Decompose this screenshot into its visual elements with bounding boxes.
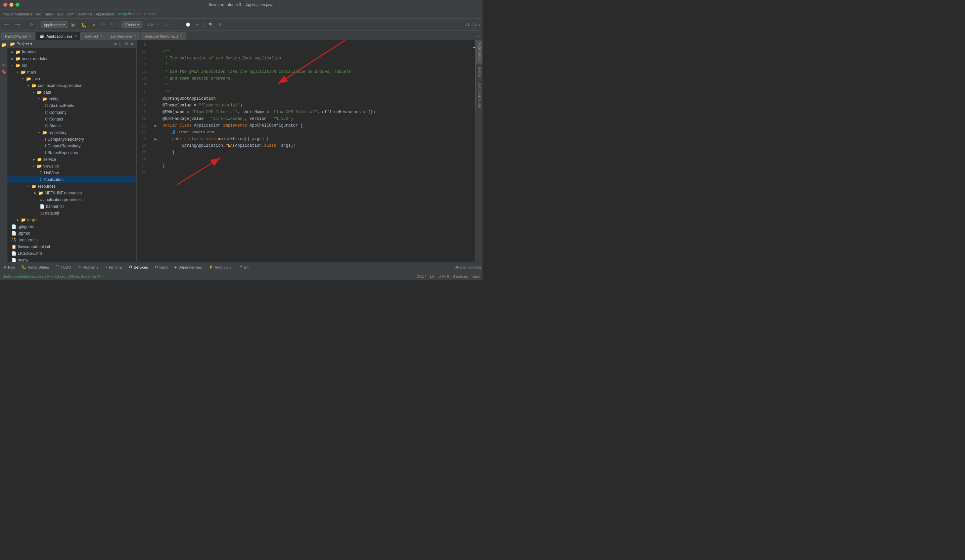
tree-item-banner[interactable]: 📄 banner.txt	[7, 203, 136, 210]
tree-item-meta-inf[interactable]: ▶ 📁 META-INF.resources	[7, 190, 136, 196]
structure-icon[interactable]: ≡	[1, 62, 7, 68]
code-content[interactable]: /** * The entry point of the Spring Boot…	[160, 40, 471, 262]
settings-button[interactable]: ⚙	[217, 22, 224, 28]
tree-item-repository[interactable]: ▾ 📂 repository	[7, 129, 136, 136]
bookmarks-icon[interactable]: 🔖	[1, 69, 7, 75]
back-button[interactable]: ⟵	[2, 22, 11, 28]
jrebel-selector[interactable]: JRebel ▾	[121, 21, 142, 28]
jrebel-panel[interactable]: JRebel	[476, 64, 483, 80]
tab-listview[interactable]: ListView.java ✕	[107, 32, 141, 40]
tab-application-close[interactable]: ✕	[74, 34, 77, 38]
tree-item-status-repo[interactable]: I StatusRepository	[7, 149, 136, 156]
minimize-button[interactable]	[10, 3, 13, 7]
breadcrumb-application-file[interactable]: ⊕ Application	[118, 12, 140, 16]
tree-item-prettierrc[interactable]: JS .prettierrc.js	[7, 237, 136, 243]
cursor-position[interactable]: 24:17	[417, 274, 427, 278]
tree-item-service[interactable]: ▶ 📁 service	[7, 156, 136, 163]
breadcrumb-main[interactable]: main	[45, 12, 53, 16]
tree-item-entity[interactable]: ▾ 📂 entity	[7, 96, 136, 103]
tree-item-application[interactable]: C Application	[7, 176, 136, 183]
indent-info[interactable]: 4 spaces	[453, 274, 468, 278]
breadcrumb-application-pkg[interactable]: application	[96, 12, 114, 16]
tree-item-app-properties[interactable]: ≡ application.properties	[7, 196, 136, 203]
run-tool-button[interactable]: ▶ Run	[2, 264, 18, 270]
search-button[interactable]: 🔍	[206, 22, 215, 28]
tree-item-contact[interactable]: C Contact	[7, 116, 136, 122]
tree-item-abstractentity[interactable]: C AbstractEntity	[7, 103, 136, 109]
todo-button[interactable]: ☰ TODO	[53, 264, 74, 270]
breadcrumb-project[interactable]: flow-crm-tutorial 3	[3, 12, 32, 16]
git-commit-button[interactable]: ✓	[155, 22, 162, 28]
tree-item-gitignore[interactable]: 📄 .gitignore	[7, 223, 136, 230]
close-button[interactable]	[3, 3, 7, 7]
auto-build-button[interactable]: ⚡ Auto-build	[206, 264, 234, 270]
tree-item-main[interactable]: ▾ 📂 main	[7, 69, 136, 75]
tree-item-listview[interactable]: C ListView	[7, 170, 136, 176]
tree-item-status[interactable]: C Status	[7, 122, 136, 129]
tree-item-contact-repo[interactable]: I ContactRepository	[7, 143, 136, 149]
tree-item-views-list[interactable]: ▾ 📂 views.list	[7, 163, 136, 170]
history-button[interactable]: 🕐	[184, 22, 192, 28]
breadcrumb-example[interactable]: example	[78, 12, 92, 16]
undo-button[interactable]: ↩	[194, 22, 201, 28]
build-button[interactable]: ⚙ Build	[152, 264, 170, 270]
profile-button[interactable]: ⏱	[108, 22, 116, 28]
breadcrumb-main-method[interactable]: ⊕ main	[144, 12, 156, 16]
git-pull-button[interactable]: ↑	[172, 22, 178, 28]
stop-button[interactable]: ⏹	[90, 22, 98, 28]
tab-pomxml[interactable]: pom.xml (flowcrm...) ✕	[141, 32, 186, 40]
project-actions[interactable]: ⊕ ⊟ ⚙ ✕	[114, 42, 134, 46]
locate-icon[interactable]: ⊕	[114, 42, 117, 46]
debug-button[interactable]: 🐛	[79, 21, 88, 28]
gutter-23[interactable]: ▶	[152, 136, 160, 142]
tree-item-data-sql[interactable]: 🗃 data.sql	[7, 210, 136, 217]
tab-datasql[interactable]: data.sql ✕	[81, 32, 106, 40]
notifications-panel[interactable]: Notifications	[476, 40, 483, 64]
sync-button[interactable]: ⟳	[28, 22, 35, 28]
tree-item-data[interactable]: ▾ 📂 data	[7, 89, 136, 96]
tree-item-src[interactable]: ▾ 📂 src	[7, 62, 136, 69]
tab-datasql-close[interactable]: ✕	[100, 34, 103, 38]
tree-item-com-example[interactable]: ▾ 📂 com.example.application	[7, 82, 136, 89]
maximize-button[interactable]	[15, 3, 20, 7]
terminal-button[interactable]: > Terminal	[102, 264, 125, 270]
tree-item-java[interactable]: ▾ 📂 java	[7, 75, 136, 82]
tree-item-node-modules[interactable]: ▶ 📁 node_modules	[7, 56, 136, 62]
encoding[interactable]: UTF-8	[438, 274, 449, 278]
window-controls[interactable]	[3, 3, 20, 7]
breadcrumb-java[interactable]: java	[57, 12, 64, 16]
tab-listview-close[interactable]: ✕	[134, 34, 137, 38]
project-view-icon[interactable]: 📁	[1, 42, 7, 48]
tab-application[interactable]: ☕ Application.java ✕	[36, 32, 80, 40]
dependencies-button[interactable]: ◈ Dependencies	[172, 264, 204, 270]
git-push-button[interactable]: ✓	[164, 22, 170, 28]
run-button[interactable]: ▶	[70, 21, 78, 29]
coverage-button[interactable]: 🛡	[99, 22, 107, 28]
tree-item-mvnw[interactable]: 📄 mvnw	[7, 257, 136, 262]
jpa-setup-panel[interactable]: JPA Setup Guide	[476, 80, 483, 111]
problems-button[interactable]: ⚠ Problems	[75, 264, 101, 270]
forward-button[interactable]: ⟶	[13, 22, 22, 28]
rebel-debug-button[interactable]: 🐛 Rebel Debug	[19, 264, 52, 270]
close-panel-icon[interactable]: ✕	[130, 42, 134, 46]
tree-item-license[interactable]: 📄 LICENSE.md	[7, 250, 136, 257]
line-ending[interactable]: LF	[430, 274, 435, 278]
tree-item-company[interactable]: C Company	[7, 109, 136, 116]
breadcrumb-com[interactable]: com	[67, 12, 75, 16]
project-dropdown-icon[interactable]: ▾	[30, 42, 32, 46]
app-selector[interactable]: Application ▾	[41, 21, 68, 28]
tabs-overflow-button[interactable]: ⋯	[474, 33, 481, 40]
tree-item-frontend[interactable]: ▶ 📁 frontend	[7, 49, 136, 56]
gutter-21[interactable]: ▶	[152, 122, 160, 129]
breadcrumb-src[interactable]: src	[36, 12, 41, 16]
branch-info[interactable]: main	[472, 274, 480, 278]
options-icon[interactable]: ⚙	[124, 42, 128, 46]
tab-readme[interactable]: README.md ✕	[2, 32, 35, 40]
editor-content[interactable]: 9 10 11 12 13 14 15 16 17 18 19 20 21 22…	[137, 40, 475, 262]
tree-item-resources[interactable]: ▾ 📂 resources	[7, 183, 136, 190]
tree-item-target[interactable]: ▶ 📁 target	[7, 217, 136, 223]
tree-item-npmrc[interactable]: 📄 .npmrc	[7, 230, 136, 237]
tab-readme-close[interactable]: ✕	[29, 34, 31, 38]
git-bottom-button[interactable]: ⎇ Git	[236, 264, 251, 270]
services-button[interactable]: ⚙ Services	[126, 264, 150, 270]
